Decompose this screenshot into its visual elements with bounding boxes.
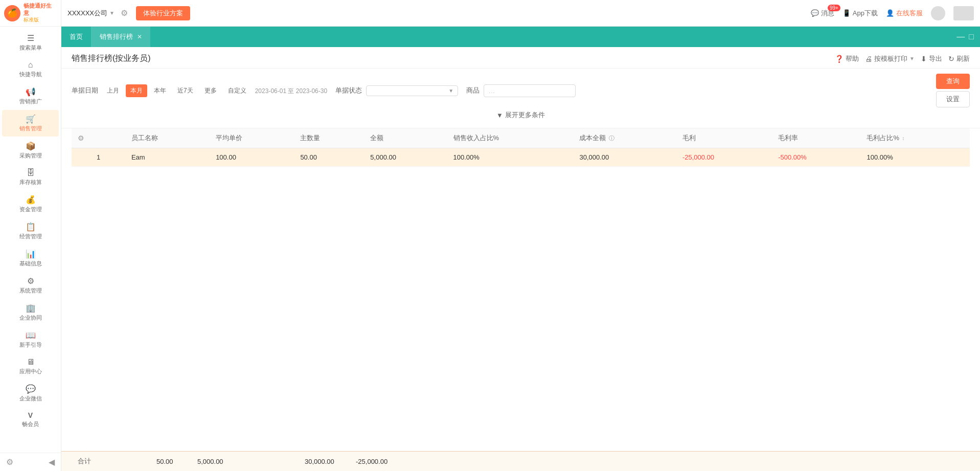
- member-icon: V: [28, 411, 33, 419]
- row-employee-name: Eam: [125, 148, 210, 167]
- help-label: 帮助: [846, 54, 859, 63]
- sidebar-item-operations[interactable]: 📋 经营管理: [2, 218, 59, 244]
- sidebar-item-finance[interactable]: 💰 资金管理: [2, 191, 59, 217]
- this-year-btn[interactable]: 本年: [149, 84, 171, 97]
- row-main-qty: 50.00: [294, 148, 364, 167]
- more-btn[interactable]: 更多: [200, 84, 221, 97]
- custom-btn[interactable]: 自定义: [223, 84, 251, 97]
- sidebar-item-system[interactable]: ⚙ 系统管理: [2, 272, 59, 299]
- col-header-gross-profit: 毛利: [676, 128, 772, 148]
- sidebar-item-label-quick-nav: 快捷导航: [19, 71, 42, 78]
- sidebar-item-label-member: 畅会员: [22, 420, 39, 428]
- export-icon: ⬇: [921, 55, 927, 63]
- tab-maximize-icon[interactable]: □: [969, 32, 974, 41]
- gross-ratio-sort-icon[interactable]: ↕: [902, 136, 905, 141]
- service-label: 在线客服: [896, 9, 923, 18]
- base-info-icon: 📊: [26, 249, 36, 259]
- trial-button[interactable]: 体验行业方案: [136, 6, 190, 20]
- filter-row-1: 单据日期 上月 本月 本年 近7天 更多 自定义 2023-06-01 至 20…: [72, 74, 970, 107]
- last-7-days-btn[interactable]: 近7天: [173, 84, 198, 97]
- topbar-settings-icon[interactable]: ⚙: [121, 8, 128, 18]
- refresh-button[interactable]: ↻ 刷新: [948, 54, 970, 63]
- goods-label: 商品: [466, 86, 480, 95]
- home-tab-label: 首页: [70, 32, 83, 41]
- row-sales-ratio: 100.00%: [447, 148, 574, 167]
- sidebar-item-label-guide: 新手引导: [19, 341, 42, 349]
- user-name-placeholder: [953, 6, 974, 20]
- help-button[interactable]: ❓ 帮助: [835, 54, 859, 63]
- column-settings-icon[interactable]: ⚙: [78, 134, 84, 142]
- refresh-label: 刷新: [956, 54, 970, 63]
- cost-info-icon[interactable]: ⓘ: [609, 135, 614, 141]
- sidebar-item-member[interactable]: V 畅会员: [2, 407, 59, 432]
- status-filter-group: 单据状态 ▼: [335, 85, 458, 96]
- sidebar-item-guide[interactable]: 📖 新手引导: [2, 326, 59, 353]
- sidebar-item-enterprise[interactable]: 🏢 企业协同: [2, 299, 59, 326]
- main-area: XXXXXX公司 ▼ ⚙ 体验行业方案 💬 消息 99+ 📱 App下载 👤 在…: [61, 0, 980, 471]
- logo-icon: 🍊: [4, 5, 20, 21]
- footer-settings-icon[interactable]: ⚙: [6, 457, 13, 467]
- row-settings-cell: [72, 148, 90, 167]
- tab-home[interactable]: 首页: [61, 27, 92, 47]
- expand-more-button[interactable]: ▼ 展开更多条件: [72, 107, 970, 123]
- col-header-rank: [90, 128, 125, 148]
- sidebar-item-label-operations: 经营管理: [19, 233, 42, 240]
- this-month-btn[interactable]: 本月: [126, 84, 147, 97]
- date-label: 单据日期: [72, 86, 98, 95]
- row-avg-price: 100.00: [210, 148, 294, 167]
- row-gross-profit: -25,000.00: [676, 148, 772, 167]
- table-area: ⚙ 员工名称 平均单价 主数量 全额 销售收入占比% 成本全额: [61, 128, 980, 451]
- table-row: 1 Eam 100.00 50.00 5,000.00 100.00% 30,0…: [72, 148, 970, 167]
- tab-close-icon[interactable]: ✕: [137, 33, 142, 40]
- sidebar-item-sales[interactable]: 🛒 销售管理: [2, 110, 59, 137]
- col-header-gross-ratio: 毛利占比% ↕: [860, 128, 970, 148]
- sidebar-item-inventory[interactable]: 🗄 库存核算: [2, 164, 59, 190]
- logo-sub: 标准版: [24, 16, 57, 24]
- query-button[interactable]: 查询: [936, 74, 970, 89]
- quick-nav-icon: ⌂: [28, 60, 33, 70]
- sidebar-item-app-center[interactable]: 🖥 应用中心: [2, 353, 59, 379]
- sidebar-item-label-enterprise-wechat: 企业微信: [19, 395, 42, 402]
- tab-minimize-icon[interactable]: —: [956, 32, 965, 41]
- app-download-button[interactable]: 📱 App下载: [842, 9, 878, 18]
- message-icon: 💬: [811, 9, 819, 17]
- footer-main-qty: 50.00: [156, 458, 197, 465]
- goods-input[interactable]: …: [484, 84, 576, 97]
- query-button-group: 查询 设置: [936, 74, 970, 107]
- settings-button[interactable]: 设置: [936, 91, 970, 107]
- help-icon: ❓: [835, 55, 844, 63]
- status-label: 单据状态: [335, 86, 362, 95]
- sidebar-item-base-info[interactable]: 📊 基础信息: [2, 245, 59, 272]
- service-icon: 👤: [886, 9, 894, 17]
- template-print-button[interactable]: 🖨 按模板打印 ▼: [865, 54, 915, 63]
- status-select[interactable]: ▼: [366, 85, 458, 96]
- sidebar-item-marketing[interactable]: 📢 营销推广: [2, 83, 59, 109]
- avatar[interactable]: [931, 6, 945, 20]
- footer-collapse-icon[interactable]: ◀: [49, 457, 55, 467]
- sidebar-item-purchase[interactable]: 📦 采购管理: [2, 137, 59, 164]
- sidebar-item-enterprise-wechat[interactable]: 💬 企业微信: [2, 380, 59, 407]
- col-header-sales-ratio: 销售收入占比%: [447, 128, 574, 148]
- footer-gross-profit: -25,000.00: [356, 458, 388, 465]
- refresh-icon: ↻: [948, 55, 954, 63]
- inventory-icon: 🗄: [27, 168, 35, 177]
- expand-icon: ▼: [496, 111, 503, 119]
- sidebar-item-search-order[interactable]: ☰ 搜索菜单: [2, 29, 59, 56]
- logo-text: 畅捷通好生意: [24, 3, 57, 16]
- row-cost-amount: 30,000.00: [573, 148, 676, 167]
- export-button[interactable]: ⬇ 导出: [921, 54, 942, 63]
- table-footer: 合计 50.00 5,000.00 30,000.00 -25,000.00: [61, 451, 980, 471]
- col-header-cost-amount: 成本全额 ⓘ: [573, 128, 676, 148]
- company-selector[interactable]: XXXXXX公司 ▼: [67, 9, 115, 18]
- company-dropdown-icon: ▼: [109, 10, 115, 16]
- date-filter-group: 单据日期 上月 本月 本年 近7天 更多 自定义 2023-06-01 至 20…: [72, 84, 327, 97]
- sidebar-item-quick-nav[interactable]: ⌂ 快捷导航: [2, 56, 59, 82]
- tab-sales-ranking[interactable]: 销售排行榜 ✕: [92, 27, 150, 47]
- service-button[interactable]: 👤 在线客服: [886, 9, 923, 18]
- prev-month-btn[interactable]: 上月: [102, 84, 124, 97]
- template-print-label: 按模板打印: [874, 54, 907, 63]
- tabbar: 首页 销售排行榜 ✕ — □: [61, 27, 980, 47]
- sidebar: 🍊 畅捷通好生意 标准版 ☰ 搜索菜单 ⌂ 快捷导航 📢 营销推广 🛒 销售管理…: [0, 0, 61, 471]
- message-button[interactable]: 💬 消息 99+: [811, 9, 834, 18]
- system-icon: ⚙: [27, 276, 34, 286]
